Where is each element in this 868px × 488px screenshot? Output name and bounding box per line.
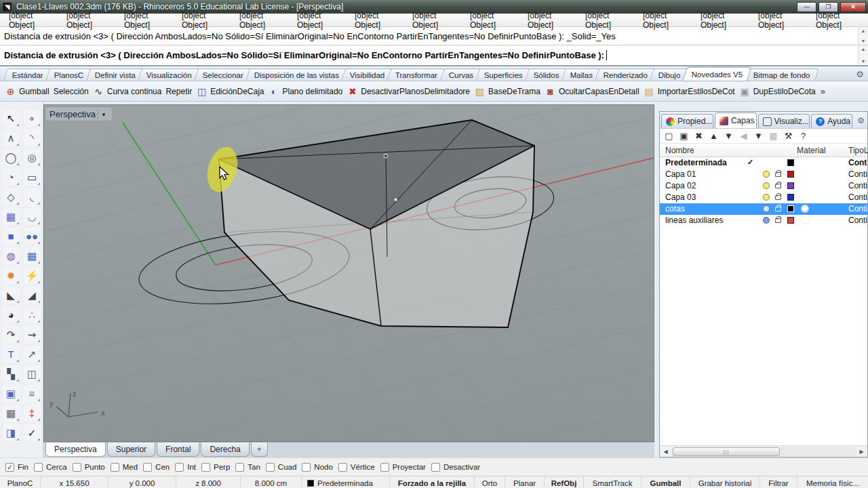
toolbar-tab[interactable]: Renderizado: [595, 68, 656, 81]
boolean-tool-icon[interactable]: ◕: [3, 306, 20, 323]
sheet-icon[interactable]: ▦: [768, 131, 778, 141]
osnap-item[interactable]: Punto: [73, 463, 105, 472]
gumball-button[interactable]: ⊕ Gumball: [3, 84, 52, 98]
control-curve-tool-icon[interactable]: ◝: [24, 129, 41, 146]
layer-name[interactable]: Capa 02: [665, 181, 696, 190]
plano-delimitado-button[interactable]: ◐ Plano delimitado: [267, 84, 345, 98]
status-cell[interactable]: z 8.000: [176, 476, 241, 488]
layer-lock-icon[interactable]: [775, 195, 781, 200]
status-cell[interactable]: Planar: [505, 476, 545, 488]
osnap-checkbox[interactable]: [34, 463, 43, 472]
points-tool-icon[interactable]: ∴: [24, 306, 41, 323]
layer-name[interactable]: cotas: [665, 204, 685, 214]
circle-tool-icon[interactable]: ◯: [3, 149, 20, 166]
viewport-tab[interactable]: Superior: [107, 443, 155, 457]
osnap-checkbox[interactable]: ✓: [5, 463, 14, 472]
layer-lock-icon[interactable]: [775, 172, 781, 177]
column-header-name[interactable]: Nombre: [665, 146, 694, 155]
extend-tool-icon[interactable]: ⇝: [24, 326, 41, 343]
perspective-viewport[interactable]: z x y Perspectiva ▼: [43, 104, 654, 442]
osnap-item[interactable]: Int: [175, 463, 196, 472]
layer-row[interactable]: cotas Continua: [660, 203, 867, 215]
desactivar-planos-button[interactable]: ✖ DesactivarPlanosDelimitadore: [344, 84, 472, 98]
delete-layer-icon[interactable]: ✖: [694, 131, 704, 141]
osnap-checkbox[interactable]: [338, 463, 347, 472]
osnap-checkbox[interactable]: [201, 463, 210, 472]
command-history-scrollbar[interactable]: ▲▼: [858, 28, 868, 44]
select-tool-icon[interactable]: ↖: [3, 110, 20, 127]
osnap-checkbox[interactable]: [175, 463, 184, 472]
trim-tool-icon[interactable]: ◣: [3, 287, 20, 304]
osnap-checkbox[interactable]: [143, 463, 152, 472]
status-cell[interactable]: Forzado a la rejilla: [390, 476, 475, 488]
group-tool-icon[interactable]: ▚: [3, 365, 20, 382]
osnap-item[interactable]: Vértice: [338, 463, 375, 472]
status-cell[interactable]: SmartTrack: [584, 476, 642, 488]
osnap-checkbox[interactable]: [302, 463, 311, 472]
osnap-item[interactable]: Tan: [235, 463, 260, 472]
move-down-icon[interactable]: ▼: [724, 131, 734, 141]
layer-lock-icon[interactable]: [775, 184, 781, 188]
check-tool-icon[interactable]: ✓: [24, 424, 41, 441]
new-layer-icon[interactable]: ▢: [664, 131, 674, 141]
layer-material-icon[interactable]: [801, 216, 809, 224]
layer-visibility-bulb-icon[interactable]: [763, 171, 770, 178]
ocultar-capas-button[interactable]: ◙ OcultarCapasEnDetall: [542, 84, 642, 98]
osnap-item[interactable]: Cerca: [34, 463, 67, 472]
osnap-checkbox[interactable]: [266, 463, 275, 472]
box-tool-icon[interactable]: ■: [3, 228, 20, 245]
osnap-item[interactable]: Desactivar: [431, 463, 480, 472]
move-tool-icon[interactable]: ↗: [24, 346, 41, 363]
layer-name[interactable]: Predeterminada: [665, 158, 727, 167]
patch-tool-icon[interactable]: ▦: [24, 247, 41, 264]
hatch-tool-icon[interactable]: ◫: [24, 365, 41, 382]
status-cell[interactable]: Predeterminada: [302, 476, 390, 488]
toolbar-overflow-chevron[interactable]: »: [821, 86, 825, 96]
layer-row[interactable]: Capa 01 Continua: [660, 169, 867, 180]
scroll-left-icon[interactable]: ◀: [661, 449, 670, 455]
sphere-tool-icon[interactable]: ●●: [24, 228, 41, 245]
point-tool-icon[interactable]: ∘: [24, 110, 41, 127]
layer-name[interactable]: lineas auxiliares: [665, 216, 723, 225]
polygon-tool-icon[interactable]: ◇: [3, 188, 20, 205]
status-cell[interactable]: Gumball: [642, 476, 690, 488]
back-icon[interactable]: ◀: [738, 131, 749, 141]
gear-icon[interactable]: ⚙: [856, 69, 864, 79]
osnap-checkbox[interactable]: [431, 463, 440, 472]
scroll-right-icon[interactable]: ▶: [857, 449, 866, 455]
toolbar-tab[interactable]: Disposición de las vistas: [245, 68, 348, 81]
layer-visibility-bulb-icon[interactable]: [763, 205, 770, 212]
viewport-title-widget[interactable]: Perspectiva ▼: [45, 107, 112, 121]
arc-tool-icon[interactable]: ◔: [3, 169, 20, 186]
text-tool-icon[interactable]: T: [3, 346, 20, 363]
command-prompt-spinner[interactable]: ▲▼: [858, 46, 868, 64]
layer-visibility-bulb-icon[interactable]: [763, 194, 770, 201]
dup-estilo-button[interactable]: ▣ DupEstiloDeCota: [737, 84, 818, 98]
status-cell[interactable]: x 15.650: [41, 476, 108, 488]
explode-tool-icon[interactable]: ✹: [3, 267, 20, 284]
shade-tool-icon[interactable]: ◨: [3, 424, 20, 441]
flash-tool-icon[interactable]: ⚡: [24, 267, 41, 284]
curva-continua-button[interactable]: ∿ Curva continua: [91, 84, 164, 98]
status-cell[interactable]: RefObj: [545, 476, 584, 488]
scroll-up-icon[interactable]: ▲: [861, 28, 866, 33]
layer-material-icon[interactable]: [801, 205, 809, 213]
toolbar-tab[interactable]: Estándar: [3, 68, 52, 81]
toolbar-tab[interactable]: Superficies: [475, 68, 532, 81]
osnap-item[interactable]: Nodo: [302, 463, 333, 472]
command-prompt-row[interactable]: Distancia de extrusión <3> ( Dirección A…: [0, 45, 868, 65]
solid-union-tool-icon[interactable]: ▣: [3, 385, 20, 402]
extrude-tool-icon[interactable]: ≡: [24, 385, 41, 402]
layer-color-swatch[interactable]: [787, 205, 794, 212]
torus-tool-icon[interactable]: ◍: [3, 247, 20, 264]
status-cell[interactable]: Filtrar: [760, 476, 797, 488]
osnap-item[interactable]: ✓ Fin: [5, 463, 28, 472]
layer-row[interactable]: Predeterminada ✓ Continua: [660, 157, 867, 169]
viewport-tab[interactable]: Perspectiva: [45, 443, 106, 457]
tab-ayuda[interactable]: ? Ayuda: [811, 114, 852, 128]
column-header-linetype[interactable]: TipoLínea: [848, 146, 868, 155]
osnap-checkbox[interactable]: [73, 463, 81, 472]
layer-linetype[interactable]: Continua: [848, 169, 867, 179]
polyline-tool-icon[interactable]: ∧: [3, 129, 20, 146]
seleccion-button[interactable]: Selección: [52, 85, 91, 98]
